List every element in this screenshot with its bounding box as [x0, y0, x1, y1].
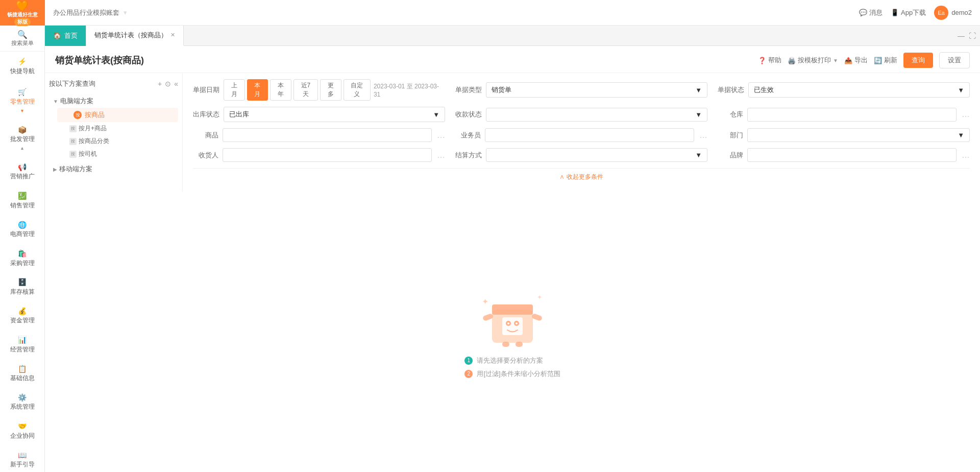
payment-status-control: ▼: [486, 108, 707, 122]
date-btn-last-month[interactable]: 上月: [224, 79, 245, 101]
empty-step-2: 2 用[过滤]条件来缩小分析范围: [464, 369, 560, 379]
settings-scheme-icon[interactable]: ⊙: [165, 80, 171, 88]
settlement-label: 结算方式: [455, 151, 482, 160]
doc-type-select[interactable]: 销货单 ▼: [486, 82, 707, 98]
refresh-button[interactable]: 🔄 刷新: [874, 56, 897, 65]
page-title: 销货单统计表(按商品): [55, 54, 144, 66]
sidebar-item-ecommerce[interactable]: 🌐 电商管理: [0, 215, 44, 244]
salesman-input[interactable]: [485, 128, 694, 142]
svg-rect-2: [502, 317, 523, 335]
retail-label: 零售管理: [2, 98, 42, 106]
scheme-group-mobile: ▶ 移动端方案: [49, 162, 178, 176]
sidebar-item-purchase[interactable]: 🛍️ 采购管理: [0, 244, 44, 272]
brand-input[interactable]: [747, 148, 957, 162]
settings-button[interactable]: 设置: [939, 52, 970, 68]
collapse-arrow-icon: ∧: [559, 173, 566, 180]
sidebar-item-wholesale[interactable]: 📦 批发管理 ▲: [0, 120, 44, 157]
tab-sales-stat[interactable]: 销货单统计表（按商品） ✕: [86, 26, 184, 46]
scheme-group-mobile-header[interactable]: ▶ 移动端方案: [49, 162, 178, 176]
left-panel-header: 按以下方案查询 + ⊙ «: [49, 79, 178, 88]
brand-label: 品牌: [718, 151, 743, 160]
filter-row-1: 单据日期 上月 本月 本年 近7天 更多 自定义 2023-03-01 至 20…: [193, 79, 970, 101]
scheme-item-by-category[interactable]: 按 按商品分类: [57, 135, 178, 148]
user-info[interactable]: Ea demo2: [934, 6, 972, 20]
svg-rect-1: [492, 304, 533, 315]
username-label: demo2: [951, 9, 972, 16]
message-label: 消息: [869, 8, 883, 17]
query-button[interactable]: 查询: [903, 53, 933, 68]
goods-control: …: [223, 128, 445, 142]
date-btn-custom[interactable]: 自定义: [344, 79, 371, 101]
scheme-item-by-month-goods[interactable]: 按 按月+商品: [57, 122, 178, 135]
add-scheme-icon[interactable]: +: [158, 80, 162, 88]
doc-status-arrow-icon: ▼: [958, 86, 964, 94]
app-download-button[interactable]: 📱 App下载: [891, 8, 926, 17]
settlement-select[interactable]: ▼: [486, 148, 707, 162]
doc-status-select[interactable]: 已生效 ▼: [748, 82, 970, 98]
brand-picker-icon[interactable]: …: [962, 151, 970, 160]
minimize-icon[interactable]: —: [958, 32, 965, 40]
sidebar-item-finance[interactable]: 💰 资金管理: [0, 301, 44, 330]
date-btn-last7days[interactable]: 近7天: [293, 79, 318, 101]
filter-payment-status: 收款状态 ▼: [455, 108, 707, 122]
date-buttons: 上月 本月 本年 近7天 更多 自定义: [224, 79, 371, 101]
sidebar-item-retail[interactable]: 🛒 零售管理 ▼: [0, 82, 44, 120]
storage-picker-icon[interactable]: …: [962, 110, 970, 119]
scheme-item-by-driver[interactable]: 按 按司机: [57, 148, 178, 160]
filter-brand: 品牌 …: [718, 148, 970, 162]
collapse-label: 收起更多条件: [567, 173, 603, 180]
sidebar-item-basicinfo[interactable]: 📋 基础信息: [0, 359, 44, 388]
collapse-panel-icon[interactable]: «: [174, 80, 178, 88]
scheme-group-desktop-header[interactable]: ▼ 电脑端方案: [49, 95, 178, 108]
tab-home[interactable]: 🏠 首页: [45, 26, 86, 46]
filter-date: 单据日期 上月 本月 本年 近7天 更多 自定义 2023-03-01 至 20…: [193, 79, 445, 101]
sidebar-item-inventory[interactable]: 🗄️ 库存核算: [0, 272, 44, 301]
help-button[interactable]: ❓ 帮助: [758, 56, 781, 65]
sidebar-item-sysmanage[interactable]: ⚙️ 系统管理: [0, 388, 44, 416]
sidebar-item-operations[interactable]: 📊 经营管理: [0, 330, 44, 359]
dept-control: ▼: [747, 128, 970, 142]
filter-row-3: 商品 … 业务员 … 部门: [193, 128, 970, 142]
template-print-button[interactable]: 🖨️ 按模板打印 ▼: [788, 56, 838, 65]
payment-status-select[interactable]: ▼: [486, 108, 707, 122]
empty-steps: 1 请先选择要分析的方案 2 用[过滤]条件来缩小分析范围: [464, 356, 560, 383]
step1-text: 请先选择要分析的方案: [477, 356, 543, 365]
receiver-control: …: [223, 148, 445, 162]
sep: ▾: [124, 9, 127, 16]
warehouse-status-select[interactable]: 已出库 ▼: [224, 107, 445, 122]
warehouse-status-arrow-icon: ▼: [433, 111, 439, 119]
app-download-label: App下载: [901, 8, 926, 17]
export-button[interactable]: 📤 导出: [844, 56, 868, 65]
app-sub: 标版: [14, 18, 31, 26]
scheme-sub-icon-3: 按: [69, 151, 77, 158]
maximize-icon[interactable]: ⛶: [969, 32, 976, 40]
sidebar-item-quicknav[interactable]: ⚡ 快捷导航: [0, 52, 44, 80]
sidebar-item-marketing[interactable]: 📢 营销推广: [0, 157, 44, 186]
dept-select[interactable]: ▼: [747, 128, 970, 142]
scheme-active-icon: 按: [74, 111, 82, 119]
basicinfo-label: 基础信息: [2, 374, 42, 383]
sidebar-search[interactable]: 🔍 搜索菜单: [0, 26, 44, 52]
message-button[interactable]: 💬 消息: [859, 8, 883, 17]
receiver-picker-icon[interactable]: …: [437, 151, 445, 160]
date-btn-this-month[interactable]: 本月: [247, 79, 268, 101]
tab-close-icon[interactable]: ✕: [170, 32, 175, 38]
salesman-picker-icon[interactable]: …: [699, 131, 707, 140]
doc-status-value: 已生效: [754, 85, 774, 95]
collapse-bar[interactable]: ∧ 收起更多条件: [193, 168, 970, 185]
receiver-input[interactable]: [223, 148, 432, 162]
right-filter-panel: 单据日期 上月 本月 本年 近7天 更多 自定义 2023-03-01 至 20…: [183, 73, 980, 192]
sidebar-item-cooperation[interactable]: 🤝 企业协同: [0, 416, 44, 445]
doc-type-value: 销货单: [492, 85, 511, 95]
scheme-item-by-goods[interactable]: 按 按商品: [57, 108, 178, 122]
date-btn-this-year[interactable]: 本年: [270, 79, 291, 101]
goods-input[interactable]: [223, 128, 432, 142]
date-btn-more[interactable]: 更多: [320, 79, 341, 101]
goods-picker-icon[interactable]: …: [437, 131, 445, 140]
doc-type-arrow-icon: ▼: [695, 86, 702, 94]
payment-status-label: 收款状态: [455, 110, 482, 119]
sidebar-item-sales[interactable]: 💹 销售管理: [0, 186, 44, 215]
sidebar-item-guide[interactable]: 📖 新手引导: [0, 445, 44, 472]
storage-input[interactable]: [747, 108, 957, 122]
step2-num: 2: [464, 370, 473, 378]
